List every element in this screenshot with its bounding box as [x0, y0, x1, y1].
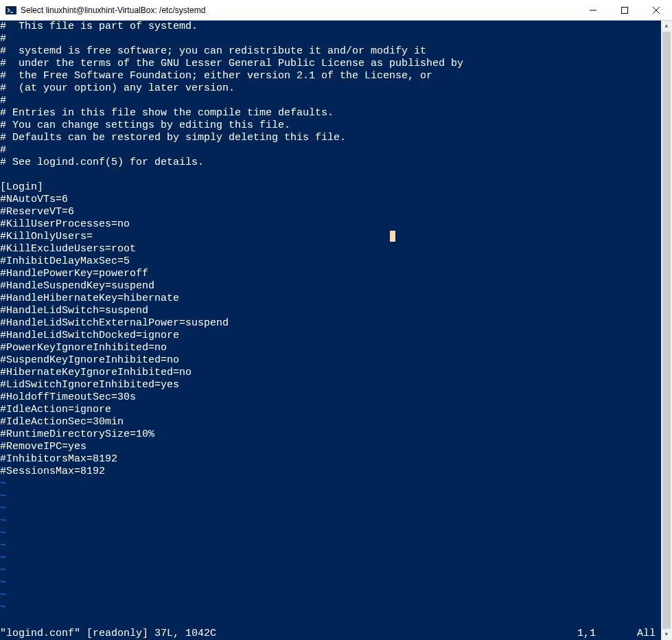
terminal-line: # [0, 95, 661, 107]
scrollbar-thumb[interactable] [662, 32, 671, 629]
terminal-line: #KillExcludeUsers=root [0, 243, 661, 255]
terminal-area[interactable]: # This file is part of systemd.## system… [0, 21, 672, 640]
terminal-line: # [0, 33, 661, 45]
window-title: Select linuxhint@linuxhint-VirtualBox: /… [21, 5, 577, 15]
terminal-line: #HandleSuspendKey=suspend [0, 280, 661, 293]
terminal-line: #HandleLidSwitchDocked=ignore [0, 330, 661, 342]
terminal-line: #RuntimeDirectorySize=10% [0, 428, 661, 441]
minimize-button[interactable] [577, 0, 609, 20]
terminal-line: # Defaults can be restored by simply del… [0, 132, 661, 144]
terminal-line: #KillOnlyUsers= [0, 231, 661, 243]
vim-empty-line-tilde: ~ [0, 490, 661, 503]
terminal-line: #KillUserProcesses=no [0, 218, 661, 231]
vim-empty-line-tilde: ~ [0, 515, 661, 527]
svg-rect-3 [622, 7, 628, 13]
terminal-line: #SessionsMax=8192 [0, 466, 661, 478]
vim-empty-line-tilde: ~ [0, 552, 661, 564]
terminal-line: # the Free Software Foundation; either v… [0, 70, 661, 82]
terminal-line: #RemoveIPC=yes [0, 441, 661, 453]
terminal-line [0, 169, 661, 181]
text-cursor [390, 231, 395, 242]
terminal-line: #InhibitDelayMaxSec=5 [0, 255, 661, 268]
vim-empty-line-tilde: ~ [0, 602, 661, 614]
terminal-line: # Entries in this file show the compile … [0, 107, 661, 119]
terminal-line: #InhibitorsMax=8192 [0, 453, 661, 466]
powershell-icon [5, 5, 16, 16]
status-filename: "logind.conf" [readonly] 37L, 1042C [0, 628, 216, 640]
terminal-line: #ReserveVT=6 [0, 206, 661, 218]
terminal-line: #HandleHibernateKey=hibernate [0, 293, 661, 305]
terminal-line: #HoldoffTimeoutSec=30s [0, 391, 661, 404]
terminal-line: #LidSwitchIgnoreInhibited=yes [0, 379, 661, 391]
terminal-line: #IdleActionSec=30min [0, 416, 661, 428]
scrollbar-up-arrow[interactable]: ▲ [661, 21, 672, 32]
vim-empty-line-tilde: ~ [0, 589, 661, 602]
vim-empty-line-tilde: ~ [0, 478, 661, 490]
terminal-line: # [0, 144, 661, 157]
terminal-line: #HandleLidSwitch=suspend [0, 305, 661, 317]
terminal-line: #HandleLidSwitchExternalPower=suspend [0, 317, 661, 330]
close-button[interactable] [640, 0, 672, 20]
maximize-button[interactable] [609, 0, 640, 20]
terminal-line: # This file is part of systemd. [0, 21, 661, 33]
terminal-line: # (at your option) any later version. [0, 82, 661, 95]
terminal-line: # See logind.conf(5) for details. [0, 157, 661, 169]
vim-empty-line-tilde: ~ [0, 577, 661, 589]
terminal-line: # under the terms of the GNU Lesser Gene… [0, 58, 661, 70]
vim-empty-line-tilde: ~ [0, 527, 661, 540]
vim-empty-line-tilde: ~ [0, 564, 661, 577]
terminal-content[interactable]: # This file is part of systemd.## system… [0, 21, 661, 640]
window-titlebar: Select linuxhint@linuxhint-VirtualBox: /… [0, 0, 672, 21]
terminal-line: #SuspendKeyIgnoreInhibited=no [0, 354, 661, 367]
svg-rect-0 [5, 6, 16, 14]
vertical-scrollbar[interactable]: ▲ ▼ [661, 21, 672, 640]
window-controls [577, 0, 672, 20]
vim-status-bar: "logind.conf" [readonly] 37L, 1042C 1,1 … [0, 628, 661, 640]
terminal-line: #PowerKeyIgnoreInhibited=no [0, 342, 661, 354]
terminal-line: # systemd is free software; you can redi… [0, 45, 661, 58]
vim-empty-line-tilde: ~ [0, 540, 661, 552]
terminal-line: #HibernateKeyIgnoreInhibited=no [0, 367, 661, 379]
terminal-line: #IdleAction=ignore [0, 404, 661, 416]
terminal-line: #NAutoVTs=6 [0, 194, 661, 206]
terminal-line: #HandlePowerKey=poweroff [0, 268, 661, 280]
status-position: 1,1 [577, 628, 637, 640]
terminal-line: [Login] [0, 181, 661, 194]
scrollbar-track[interactable] [661, 32, 672, 629]
terminal-line: # You can change settings by editing thi… [0, 119, 661, 132]
vim-empty-line-tilde: ~ [0, 503, 661, 515]
scrollbar-down-arrow[interactable]: ▼ [661, 629, 672, 640]
status-scroll: All [637, 628, 661, 640]
